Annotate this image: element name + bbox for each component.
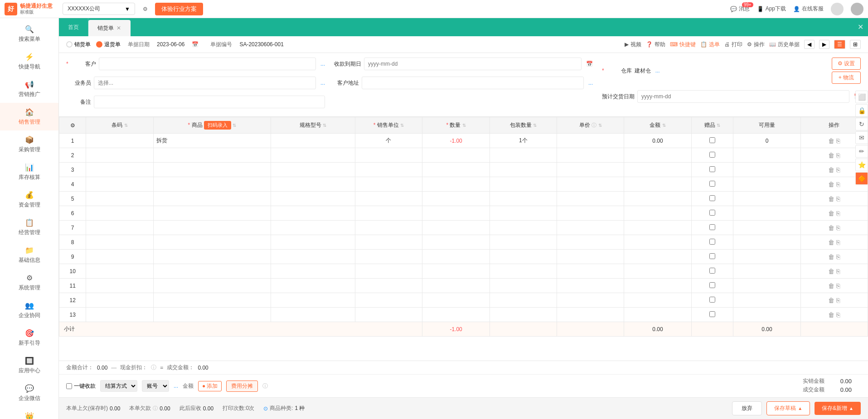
cell-product-6[interactable] xyxy=(153,221,271,235)
row-copy-icon-10[interactable]: ⎘ xyxy=(836,282,840,289)
cell-gift-7[interactable] xyxy=(691,235,733,250)
cell-barcode-1[interactable] xyxy=(86,148,153,163)
cell-gift-2[interactable] xyxy=(691,163,733,177)
salesperson-input[interactable] xyxy=(94,77,316,89)
customer-input[interactable] xyxy=(99,58,316,70)
right-tool-7[interactable]: 🔶 xyxy=(855,172,868,185)
cell-product-7[interactable] xyxy=(153,235,271,250)
price-info-icon[interactable]: ⓘ xyxy=(592,122,596,128)
sidebar-item-enterprise[interactable]: 👥 企业协同 xyxy=(0,296,58,324)
radio-sales[interactable]: 销货单 xyxy=(66,41,91,48)
cell-qty-10[interactable] xyxy=(422,279,490,293)
cell-barcode-12[interactable] xyxy=(86,308,153,322)
cell-pack-4[interactable] xyxy=(490,192,557,206)
sidebar-item-appstore[interactable]: 🔲 应用中心 xyxy=(0,352,58,379)
cell-product-2[interactable] xyxy=(153,163,271,177)
cell-pack-11[interactable] xyxy=(490,293,557,308)
gift-checkbox-0[interactable] xyxy=(709,137,715,143)
row-delete-icon-7[interactable]: 🗑 xyxy=(828,239,834,246)
cell-spec-7[interactable] xyxy=(271,235,355,250)
right-tool-4[interactable]: ✉ xyxy=(855,131,868,144)
trial-button[interactable]: 体验行业方案 xyxy=(155,3,203,15)
remarks-input[interactable] xyxy=(94,96,325,108)
cell-price-10[interactable] xyxy=(557,279,624,293)
app-download-item[interactable]: 📱 App下载 xyxy=(757,5,786,13)
view-list-btn[interactable]: ☰ xyxy=(834,40,845,49)
tab-home[interactable]: 首页 xyxy=(59,18,88,36)
cell-qty-1[interactable] xyxy=(422,148,490,163)
cell-barcode-8[interactable] xyxy=(86,250,153,264)
row-copy-icon-12[interactable]: ⎘ xyxy=(836,311,840,318)
cell-product-10[interactable] xyxy=(153,279,271,293)
cell-qty-3[interactable] xyxy=(422,177,490,192)
cell-gift-6[interactable] xyxy=(691,221,733,235)
cell-price-4[interactable] xyxy=(557,192,624,206)
cell-gift-0[interactable] xyxy=(691,134,733,148)
row-copy-icon-0[interactable]: ⎘ xyxy=(836,137,840,144)
cell-product-12[interactable] xyxy=(153,308,271,322)
cell-pack-9[interactable] xyxy=(490,264,557,279)
cell-barcode-9[interactable] xyxy=(86,264,153,279)
select-action[interactable]: 📋 选单 xyxy=(700,41,720,48)
payment-method-select[interactable]: 结算方式 xyxy=(100,380,137,392)
cell-pack-0[interactable]: 1个 xyxy=(490,134,557,148)
cell-product-3[interactable] xyxy=(153,177,271,192)
sidebar-item-purchase[interactable]: 📦 采购管理 xyxy=(0,130,58,158)
cell-amount-7[interactable] xyxy=(624,235,691,250)
cell-spec-0[interactable] xyxy=(271,134,355,148)
row-copy-icon-1[interactable]: ⎘ xyxy=(836,152,840,159)
user-avatar2[interactable] xyxy=(851,3,863,15)
cell-amount-11[interactable] xyxy=(624,293,691,308)
cell-product-4[interactable] xyxy=(153,192,271,206)
cell-qty-9[interactable] xyxy=(422,264,490,279)
cell-qty-12[interactable] xyxy=(422,308,490,322)
cell-gift-11[interactable] xyxy=(691,293,733,308)
cell-amount-0[interactable]: 0.00 xyxy=(624,134,691,148)
th-price[interactable]: 单价 ⓘ ⇅ xyxy=(557,117,624,134)
gift-checkbox-1[interactable] xyxy=(709,152,715,158)
calendar-icon[interactable]: 📅 xyxy=(192,41,199,48)
cell-amount-1[interactable] xyxy=(624,148,691,163)
tab-close-icon[interactable]: ✕ xyxy=(116,25,121,31)
cell-spec-11[interactable] xyxy=(271,293,355,308)
th-unit[interactable]: * 销售单位 ⇅ xyxy=(355,117,422,134)
add-payment-btn[interactable]: ● 添加 xyxy=(198,381,222,391)
sidebar-item-sales[interactable]: 🏠 销售管理 xyxy=(0,103,58,130)
cost-split-btn[interactable]: 费用分摊 xyxy=(226,380,258,392)
shortcut-action[interactable]: ⌨ 快捷键 xyxy=(670,41,696,48)
cell-pack-7[interactable] xyxy=(490,235,557,250)
gift-checkbox-5[interactable] xyxy=(709,210,715,216)
cell-pack-10[interactable] xyxy=(490,279,557,293)
cell-qty-8[interactable] xyxy=(422,250,490,264)
warehouse-dots[interactable]: ... xyxy=(655,67,660,74)
payment-account-select[interactable]: 账号 xyxy=(142,380,169,392)
user-avatar[interactable] xyxy=(831,3,844,15)
cell-unit-5[interactable] xyxy=(355,206,422,221)
operations-action[interactable]: ⚙ 操作 xyxy=(747,41,765,48)
abandon-button[interactable]: 放弃 xyxy=(732,401,762,415)
cell-price-5[interactable] xyxy=(557,206,624,221)
cell-price-3[interactable] xyxy=(557,177,624,192)
messages-item[interactable]: 💬 消息 99+ xyxy=(730,5,750,13)
cell-qty-0[interactable]: -1.00 xyxy=(422,134,490,148)
cell-pack-6[interactable] xyxy=(490,221,557,235)
cell-unit-11[interactable] xyxy=(355,293,422,308)
cell-pack-8[interactable] xyxy=(490,250,557,264)
cell-spec-3[interactable] xyxy=(271,177,355,192)
th-product[interactable]: * 商品 扫码录入 ⇅ xyxy=(153,117,271,134)
cell-product-0[interactable]: 拆货 xyxy=(153,134,271,148)
tab-close-all-icon[interactable]: ✕ xyxy=(858,23,863,31)
cell-unit-0[interactable]: 个 xyxy=(355,134,422,148)
cell-pack-2[interactable] xyxy=(490,163,557,177)
cell-barcode-11[interactable] xyxy=(86,293,153,308)
customer-dots[interactable]: ... xyxy=(320,61,325,67)
cell-price-0[interactable] xyxy=(557,134,624,148)
save-draft-button[interactable]: 保存草稿 ▲ xyxy=(766,401,810,415)
row-copy-icon-6[interactable]: ⎘ xyxy=(836,224,840,231)
cell-price-11[interactable] xyxy=(557,293,624,308)
cell-amount-12[interactable] xyxy=(624,308,691,322)
nav-prev-btn[interactable]: ◀ xyxy=(804,40,815,49)
gift-checkbox-4[interactable] xyxy=(709,195,715,201)
cell-spec-5[interactable] xyxy=(271,206,355,221)
gift-checkbox-8[interactable] xyxy=(709,253,715,259)
